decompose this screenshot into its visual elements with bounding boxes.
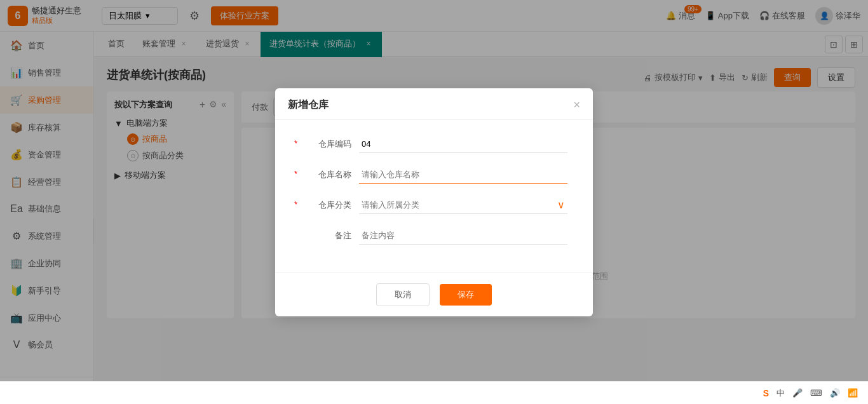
modal-footer: 取消 保存 (275, 273, 593, 316)
bottom-network-icon[interactable]: 📶 (848, 388, 858, 398)
modal-overlay[interactable]: 新增仓库 × 仓库编码 仓库名称 仓库分类 ∨ (0, 0, 868, 404)
bottom-zh-icon[interactable]: 中 (776, 387, 785, 399)
remark-row: 备注 (301, 227, 567, 245)
warehouse-category-label: 仓库分类 (301, 199, 351, 211)
bottom-bar: S 中 🎤 ⌨ 🔊 📶 (0, 381, 868, 404)
save-button[interactable]: 保存 (440, 284, 492, 306)
bottom-speaker-icon[interactable]: 🔊 (830, 388, 840, 398)
warehouse-code-row: 仓库编码 (301, 135, 567, 153)
warehouse-category-input[interactable] (362, 200, 557, 210)
modal-close-button[interactable]: × (573, 98, 580, 112)
modal-header: 新增仓库 × (275, 88, 593, 120)
warehouse-name-row: 仓库名称 (301, 166, 567, 184)
warehouse-code-input[interactable] (359, 135, 567, 153)
warehouse-name-input[interactable] (359, 166, 567, 184)
warehouse-code-label: 仓库编码 (301, 138, 351, 150)
bottom-keyboard-icon[interactable]: ⌨ (810, 388, 822, 398)
category-dropdown-arrow: ∨ (557, 199, 565, 211)
modal-body: 仓库编码 仓库名称 仓库分类 ∨ 备注 (275, 120, 593, 273)
modal-title: 新增仓库 (288, 98, 329, 112)
modal-new-warehouse: 新增仓库 × 仓库编码 仓库名称 仓库分类 ∨ (275, 88, 593, 316)
bottom-mic-icon[interactable]: 🎤 (792, 388, 803, 398)
warehouse-name-label: 仓库名称 (301, 169, 351, 180)
bottom-logo: S (763, 388, 769, 398)
warehouse-category-select[interactable]: ∨ (359, 196, 567, 214)
remark-label: 备注 (301, 230, 351, 241)
remark-input[interactable] (359, 227, 567, 245)
warehouse-category-row: 仓库分类 ∨ (301, 196, 567, 214)
cancel-button[interactable]: 取消 (376, 283, 430, 306)
